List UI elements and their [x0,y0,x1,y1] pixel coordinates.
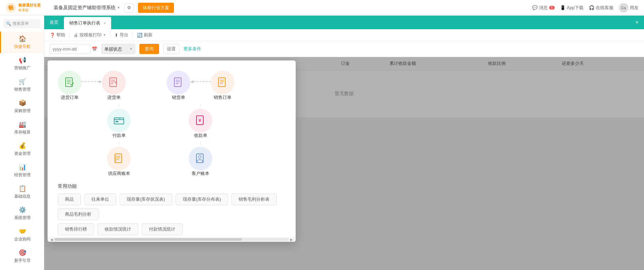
refresh-button[interactable]: 🔄 刷新 [137,32,153,38]
search-menu-button[interactable]: 🔍 搜索菜单 [3,19,40,28]
sidebar-item-newbie[interactable]: 🎯 新手引导 [0,246,44,267]
status-filter-select[interactable]: 单据状态 [101,44,135,54]
receipt-icon: ¥ [194,114,207,127]
toolbar-separator-2 [110,32,110,38]
more-conditions-link[interactable]: 更多条件 [184,46,201,52]
sidebar-item-operation[interactable]: 📊 经营管理 [0,160,44,181]
export-icon: ⬆ [115,33,118,38]
headset-icon: 🎧 [589,5,594,10]
scroll-right-button[interactable]: ▶ [289,237,294,242]
sales-bill-icon [172,76,185,89]
svg-point-31 [198,156,201,158]
message-badge: 6 [549,6,555,10]
enterprise-icon: 🤝 [19,228,26,235]
filter-bar: 📅 单据状态 查询 设置 更多条件 [44,41,644,57]
sidebar-item-purchase[interactable]: 📦 采购管理 [0,96,44,117]
sidebar-item-sales[interactable]: 🛒 销售管理 [0,74,44,96]
logo-icon: 畅 [5,2,16,13]
purchase-icon: 📦 [19,99,26,107]
arrow-purchase-order-to-bill: ▶ [82,79,102,84]
message-icon: 💬 [532,5,538,10]
query-button[interactable]: 查询 [139,44,159,54]
phone-icon: 📱 [560,5,565,10]
sidebar-item-enterprise[interactable]: 🤝 企业协同 [0,224,44,246]
sidebar-item-quick-nav[interactable]: 🏠 快捷导航 [0,32,44,53]
common-btn-receipt-stats[interactable]: 收款情况统计 [98,223,138,235]
print-dropdown-arrow: ▼ [103,33,106,37]
modal-overlay[interactable]: 进货订单 ▶ [44,57,644,270]
sales-order-circle[interactable] [211,71,234,94]
search-icon: 🔍 [6,21,11,26]
sidebar-item-finance[interactable]: 💰 资金管理 [0,139,44,160]
svg-rect-15 [219,78,225,87]
common-btn-partner[interactable]: 往来单位 [84,194,116,205]
common-btn-goods-gross[interactable]: 商品毛利分析 [58,209,99,220]
payment-icon: ¥ [113,114,125,127]
flow-node-receipt: ¥ 收款单 [180,109,221,139]
help-button[interactable]: ❓ 帮助 [50,32,65,38]
settings-gear-button[interactable]: ⚙ [124,3,134,13]
toolbar-separator-3 [133,32,133,38]
message-button[interactable]: 💬 消息 6 [532,5,555,11]
common-buttons-row-1: 商品 往来单位 现存量(库存状况表) 现存量(库存分布表) 销售毛利分析表 商品… [58,194,285,220]
purchase-bill-circle[interactable] [102,71,126,94]
app-download-button[interactable]: 📱 App下载 [560,5,584,11]
sidebar-item-inventory[interactable]: 🏭 库存核算 [0,117,44,139]
scroll-left-button[interactable]: ◀ [49,237,54,242]
date-start-input[interactable] [50,44,90,54]
online-service-button[interactable]: 🎧 在线客服 [589,5,613,11]
avatar: Ea [619,3,628,13]
sidebar-item-basic[interactable]: 📋 基础信息 [0,181,44,203]
system-title-dropdown[interactable]: 装备及固定资产辅助管理系统 ▼ [54,5,120,11]
common-btn-payment-stats[interactable]: 付款情况统计 [142,223,182,235]
flow-row-1: 进货订单 ▶ [58,71,285,101]
common-btn-sales-rank[interactable]: 销售排行榜 [58,223,94,235]
export-button[interactable]: ⬆ 导出 [115,32,128,38]
receipt-label: 收款单 [194,132,207,139]
spacer-mid-3 [139,139,180,147]
common-btn-goods[interactable]: 商品 [58,194,81,205]
sales-order-label: 销售订单 [214,94,231,101]
scrollbar-thumb[interactable] [54,238,242,241]
logo-area: 畅 畅康通好生意 标准版 [5,2,50,13]
basic-icon: 📋 [19,185,26,192]
supplier-ledger-circle[interactable] [107,147,131,170]
arrow-sales-order-to-bill: ◀ [190,79,211,84]
scrollbar-track[interactable] [54,238,289,241]
sidebar-item-system[interactable]: ⚙️ 系统管理 [0,203,44,224]
svg-text:畅: 畅 [8,5,14,11]
payment-circle[interactable]: ¥ [107,109,131,132]
newbie-icon: 🎯 [19,249,26,256]
tab-close-button[interactable]: × [104,21,106,25]
flow-row-arrows: ↓ ↓ [99,101,285,109]
svg-text:¥: ¥ [198,118,201,123]
flow-node-sales-order: 销售订单 [211,71,234,101]
sales-bill-circle[interactable] [167,71,190,94]
tab-bar-close-button[interactable]: × [636,19,639,25]
tab-sales-order[interactable]: 销售订单执行表 × [64,17,111,29]
template-print-button[interactable]: 🖨 按模板打印 ▼ [74,32,106,38]
system-title: 装备及固定资产辅助管理系统 [54,5,116,11]
purchase-order-label: 进货订单 [61,94,79,101]
calendar-icon: 📅 [92,47,97,52]
common-btn-inventory-status[interactable]: 现存量(库存状况表) [120,194,172,205]
flow-row-arrows-2: ↓ ↓ [99,139,285,147]
set-button[interactable]: 设置 [163,44,179,54]
customer-ledger-label: 客户账本 [192,170,209,177]
user-menu-button[interactable]: Ea 用友 [619,3,639,13]
purchase-order-icon [64,76,76,89]
sidebar: 🔍 搜索菜单 🏠 快捷导航 📢 营销推广 🛒 销售管理 📦 采购管理 [0,16,44,270]
sidebar-item-marketing[interactable]: 📢 营销推广 [0,53,44,74]
purchase-order-circle[interactable] [58,71,82,94]
flow-node-payment: ¥ 付款单 [99,109,139,139]
title-dropdown-arrow: ▼ [117,6,120,10]
common-btn-sales-gross[interactable]: 销售毛利分析表 [231,194,277,205]
customer-ledger-circle[interactable] [189,147,212,170]
tab-home[interactable]: 首页 [44,16,64,29]
svg-text:¥: ¥ [119,117,121,120]
quick-nav-modal: 进货订单 ▶ [48,60,296,242]
experience-button[interactable]: 体验行业方案 [138,3,174,13]
receipt-circle[interactable]: ¥ [189,109,212,132]
sales-order-icon [216,76,229,89]
common-btn-inventory-dist[interactable]: 现存量(库存分布表) [176,194,228,205]
